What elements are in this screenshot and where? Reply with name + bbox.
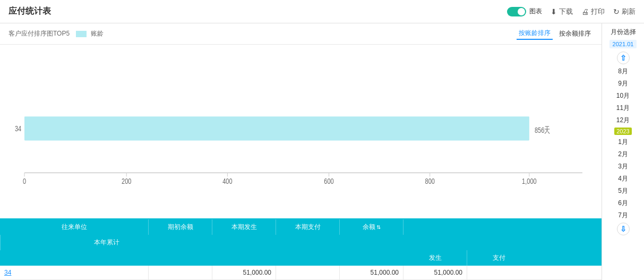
download-label: 下载	[559, 7, 573, 16]
svg-text:34: 34	[15, 124, 22, 133]
chart-sort-group: 按账龄排序 按余额排序	[517, 28, 593, 40]
sidebar-month-4[interactable]: 4月	[602, 173, 644, 185]
td-occurrence: 51,000.00	[212, 266, 276, 279]
print-button[interactable]: 🖨 打印	[581, 7, 605, 16]
sidebar-up-btn[interactable]: ⇧	[617, 52, 630, 64]
data-table: 往来单位 期初余额 本期发生 本期支付 余额 ⇅ 本年累计	[0, 218, 602, 280]
td-balance: 51,000.00	[340, 266, 403, 279]
print-label: 打印	[591, 7, 605, 16]
th-payment: 本期支付	[276, 219, 340, 235]
svg-text:1,000: 1,000	[522, 177, 537, 186]
legend-title: 客户应付排序图TOP5	[8, 29, 70, 38]
header-actions: 图表 ⬇ 下载 🖨 打印 ↻ 刷新	[507, 7, 636, 16]
th-balance: 余额 ⇅	[340, 219, 403, 235]
svg-text:600: 600	[324, 177, 333, 186]
sidebar-month-11[interactable]: 11月	[602, 102, 644, 114]
table-header-row2: 发生 支付	[0, 250, 602, 266]
th-opening: 期初余额	[149, 219, 212, 235]
sidebar-month-10[interactable]: 10月	[602, 90, 644, 102]
td-payment	[276, 266, 340, 279]
sort-by-balance-btn[interactable]: 按余额排序	[557, 28, 593, 39]
sidebar-month-5[interactable]: 5月	[602, 185, 644, 197]
td-opening	[149, 266, 212, 279]
table-row: 34 51,000.00 51,000.00 51,000.00	[0, 266, 602, 280]
sidebar-month-8[interactable]: 8月	[602, 65, 644, 78]
sidebar-title: 月份选择	[611, 28, 636, 37]
page-title: 应付统计表	[8, 6, 51, 17]
chart-toggle[interactable]	[507, 7, 526, 16]
chart-header: 客户应付排序图TOP5 账龄 按账龄排序 按余额排序	[0, 23, 602, 45]
svg-text:800: 800	[425, 177, 435, 186]
th-ytd: 本年累计	[0, 235, 212, 250]
sidebar-month-12[interactable]: 12月	[602, 114, 644, 126]
chart-legend: 客户应付排序图TOP5 账龄	[8, 29, 104, 38]
sort-by-amount-btn[interactable]: 按账龄排序	[517, 28, 553, 40]
chart-area: 34 856天 0 200 400 600 800 1,000	[0, 45, 602, 218]
balance-sort-icon: ⇅	[376, 224, 381, 230]
sidebar-month-9[interactable]: 9月	[602, 78, 644, 90]
svg-text:0: 0	[23, 177, 26, 186]
th-ytd-payment: 支付	[467, 250, 531, 266]
sidebar-month-2[interactable]: 2月	[602, 148, 644, 160]
svg-text:856天: 856天	[535, 125, 550, 134]
sidebar-month-6[interactable]: 6月	[602, 197, 644, 209]
chart-container: 客户应付排序图TOP5 账龄 按账龄排序 按余额排序 34 856天	[0, 23, 602, 280]
header: 应付统计表 图表 ⬇ 下载 🖨 打印 ↻ 刷新	[0, 0, 644, 23]
td-vendor[interactable]: 34	[0, 266, 149, 279]
download-icon: ⬇	[551, 7, 557, 16]
sidebar-month-1[interactable]: 1月	[602, 136, 644, 148]
refresh-icon: ↻	[613, 7, 620, 16]
chart-label: 图表	[529, 7, 542, 16]
sidebar-month-7[interactable]: 7月	[602, 209, 644, 222]
bar-chart: 34 856天 0 200 400 600 800 1,000	[8, 49, 593, 214]
svg-rect-1	[24, 116, 529, 140]
legend-box	[76, 31, 87, 37]
td-ytd-occurrence: 51,000.00	[403, 266, 467, 279]
year-marker-2023[interactable]: 2023	[614, 128, 631, 135]
chart-toggle-group: 图表	[507, 7, 542, 16]
table-header-row1: 往来单位 期初余额 本期发生 本期支付 余额 ⇅ 本年累计	[0, 219, 602, 250]
th-ytd-occurrence: 发生	[403, 250, 467, 266]
td-ytd-payment	[467, 266, 531, 279]
refresh-label: 刷新	[622, 7, 636, 16]
th-vendor: 往来单位	[0, 219, 149, 235]
legend-text: 账龄	[91, 29, 104, 38]
sidebar-month-3[interactable]: 3月	[602, 160, 644, 173]
refresh-button[interactable]: ↻ 刷新	[613, 7, 636, 16]
sidebar-down-btn[interactable]: ⇩	[617, 223, 630, 235]
page-wrapper: 应付统计表 图表 ⬇ 下载 🖨 打印 ↻ 刷新	[0, 0, 644, 280]
print-icon: 🖨	[581, 7, 589, 16]
th-occurrence: 本期发生	[212, 219, 276, 235]
download-button[interactable]: ⬇ 下载	[551, 7, 573, 16]
svg-text:200: 200	[122, 177, 131, 186]
main-content: 客户应付排序图TOP5 账龄 按账龄排序 按余额排序 34 856天	[0, 23, 644, 280]
right-sidebar: 月份选择 2021.01 ⇧ 8月 9月 10月 11月 12月 2023 1月…	[602, 23, 644, 280]
current-year-display[interactable]: 2021.01	[609, 40, 637, 48]
svg-text:400: 400	[222, 177, 232, 186]
